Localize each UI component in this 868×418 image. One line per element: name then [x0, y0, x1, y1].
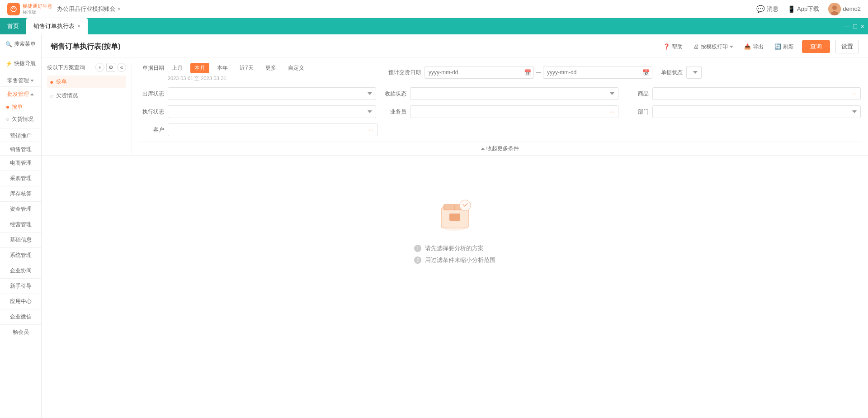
- scheme-add-button[interactable]: +: [95, 63, 104, 72]
- sidebar-item-appstore[interactable]: 应用中心: [0, 294, 41, 309]
- scheme-item-inactive[interactable]: ○ 欠货情况: [47, 90, 126, 102]
- sidebar-item-enterprise[interactable]: 企业协同: [0, 263, 41, 278]
- sidebar-sub-item-按单[interactable]: 按单: [0, 101, 41, 113]
- empty-state-illustration: [432, 192, 477, 237]
- quick-nav: ⚡ 按单 快捷导航: [0, 54, 41, 73]
- empty-hint-1: 1 请先选择要分析的方案: [414, 244, 495, 252]
- sidebar-section-appstore: 应用中心: [0, 294, 41, 309]
- sidebar-item-finance[interactable]: 资金管理: [0, 202, 41, 217]
- sidebar-item-vip[interactable]: 畅会员: [0, 325, 41, 340]
- tab-bar-right: — □ ×: [843, 23, 868, 30]
- sidebar-item-quick-nav[interactable]: ⚡ 按单 快捷导航: [0, 57, 41, 70]
- content-area: 销售订单执行表(按单) ❓ 帮助 🖨 按模板打印 📥 导出: [42, 34, 868, 418]
- sidebar-item-system[interactable]: 系统管理: [0, 248, 41, 263]
- goods-selector[interactable]: ···: [652, 87, 861, 100]
- wholesale-sub-menu: 按单 欠货情况: [0, 100, 41, 128]
- date-tag-row: 单据日期 上月 本月 本年 近7天 更多 自定义: [139, 63, 383, 73]
- shipment-status-select[interactable]: [168, 87, 376, 100]
- date-tag-this-month[interactable]: 本月: [190, 63, 209, 73]
- sidebar-section-wholesale: 批发管理 按单 欠货情况: [0, 87, 41, 128]
- sidebar-sub-item-欠货情况[interactable]: 欠货情况: [0, 113, 41, 125]
- goods-field: 商品 ···: [624, 87, 861, 100]
- page-title: 销售订单执行表(按单): [51, 42, 121, 52]
- sidebar-search-area: 🔍 搜索菜单: [0, 34, 41, 54]
- export-button[interactable]: 📥 导出: [741, 42, 766, 52]
- filter-row-1: 单据日期 上月 本月 本年 近7天 更多 自定义 2023-03-01 至 20…: [139, 63, 861, 82]
- sidebar-item-basic[interactable]: 基础信息: [0, 233, 41, 247]
- collapse-icon: [481, 147, 485, 150]
- tab-bar: 首页 销售订单执行表 × — □ ×: [0, 18, 868, 34]
- window-minimize[interactable]: —: [843, 23, 849, 30]
- sidebar-section-purchase: 采购管理: [0, 171, 41, 186]
- filter-fields-panel: 单据日期 上月 本月 本年 近7天 更多 自定义 2023-03-01 至 20…: [132, 63, 868, 155]
- delivery-end-calendar-icon: 📅: [642, 69, 650, 76]
- sidebar-section-sales: 销售管理: [0, 142, 41, 156]
- page-actions: ❓ 帮助 🖨 按模板打印 📥 导出 🔄 刷新: [660, 40, 859, 53]
- sidebar-section-newbie: 新手引导: [0, 279, 41, 294]
- scheme-item-active[interactable]: ● 按单: [47, 76, 126, 88]
- hint-num-2: 2: [414, 256, 421, 264]
- query-button[interactable]: 查询: [802, 40, 830, 53]
- doc-status-field: 单据状态: [658, 66, 861, 79]
- user-menu[interactable]: demo2: [828, 3, 861, 15]
- filter-area: 按以下方案查询 + ⚙ « ● 按单 ○ 欠货情况: [42, 57, 868, 155]
- salesperson-selector[interactable]: ···: [410, 105, 618, 118]
- sidebar-item-marketing[interactable]: 营销推广: [0, 128, 41, 142]
- scheme-edit-button[interactable]: ⚙: [106, 63, 115, 72]
- scheme-actions: + ⚙ «: [95, 63, 126, 72]
- delivery-date-range: 📅 — 📅: [425, 66, 652, 79]
- delivery-end-date[interactable]: [543, 66, 652, 79]
- shipment-status-field: 出库状态: [139, 87, 376, 100]
- sidebar-section-system: 系统管理: [0, 248, 41, 263]
- window-maximize[interactable]: □: [853, 23, 857, 30]
- department-select[interactable]: [652, 105, 861, 118]
- sidebar-item-wholesale[interactable]: 批发管理: [0, 87, 41, 100]
- delivery-start-calendar-icon: 📅: [524, 69, 531, 76]
- print-dropdown-icon: [730, 46, 733, 48]
- delivery-start-date-wrap: 📅: [425, 66, 534, 79]
- sidebar-section-operations: 经营管理: [0, 217, 41, 233]
- top-header: 畅捷通好生意 标准版 办公用品行业模拟账套 ▾ 💬 消息 📱 App下载: [0, 0, 868, 18]
- collapse-filter-button[interactable]: 收起更多条件: [139, 142, 861, 155]
- sidebar-item-newbie[interactable]: 新手引导: [0, 279, 41, 294]
- sidebar-item-inventory[interactable]: 库存核算: [0, 186, 41, 201]
- delivery-start-date[interactable]: [425, 66, 534, 79]
- messages-button[interactable]: 💬 消息: [756, 5, 778, 13]
- delivery-end-date-wrap: 📅: [543, 66, 652, 79]
- sidebar-item-purchase[interactable]: 采购管理: [0, 171, 41, 186]
- tab-close-icon[interactable]: ×: [77, 23, 80, 29]
- date-tag-last-month[interactable]: 上月: [168, 63, 187, 73]
- tab-home[interactable]: 首页: [0, 18, 26, 34]
- window-close-icon[interactable]: ×: [861, 23, 864, 30]
- delivery-date-field: 预计交货日期 📅 — 📅: [388, 66, 652, 79]
- collection-status-field: 收款状态: [382, 87, 618, 100]
- logo-text: 畅捷通好生意 标准版: [23, 3, 52, 15]
- date-tag-7days[interactable]: 近7天: [236, 63, 258, 73]
- sidebar-section-finance: 资金管理: [0, 202, 41, 217]
- date-separator: —: [536, 69, 541, 76]
- collection-status-select[interactable]: [410, 87, 618, 100]
- svg-rect-7: [449, 214, 460, 221]
- doc-status-select[interactable]: [686, 66, 702, 79]
- sidebar-section-vip: 畅会员: [0, 325, 41, 340]
- search-menu-button[interactable]: 🔍 搜索菜单: [4, 38, 38, 50]
- help-button[interactable]: ❓ 帮助: [660, 42, 685, 52]
- app-download-button[interactable]: 📱 App下载: [788, 5, 819, 13]
- sidebar-item-retail[interactable]: 零售管理: [0, 73, 41, 86]
- tab-active[interactable]: 销售订单执行表 ×: [26, 18, 88, 34]
- sidebar-item-ecommerce[interactable]: 电商管理: [0, 156, 41, 171]
- date-tag-this-year[interactable]: 本年: [213, 63, 232, 73]
- sidebar-item-operations[interactable]: 经营管理: [0, 217, 41, 232]
- sidebar-item-wechat[interactable]: 企业微信: [0, 309, 41, 324]
- customer-selector[interactable]: ···: [168, 124, 377, 136]
- scheme-collapse-button[interactable]: «: [117, 63, 126, 72]
- date-tag-custom[interactable]: 自定义: [284, 63, 308, 73]
- refresh-button[interactable]: 🔄 刷新: [772, 42, 797, 52]
- sidebar-item-sales[interactable]: 销售管理: [0, 142, 41, 155]
- print-button[interactable]: 🖨 按模板打印: [691, 42, 736, 52]
- date-tag-more[interactable]: 更多: [261, 63, 280, 73]
- empty-hints: 1 请先选择要分析的方案 2 用过滤条件来缩小分析范围: [414, 244, 495, 264]
- exec-status-select[interactable]: [168, 105, 376, 118]
- wholesale-expand-icon: [30, 93, 34, 95]
- settings-button[interactable]: 设置: [835, 40, 859, 53]
